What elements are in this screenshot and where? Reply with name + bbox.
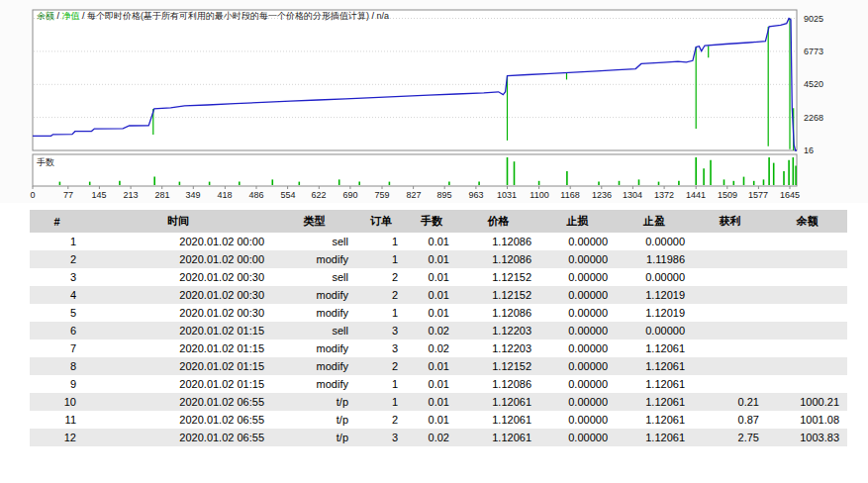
trade-row[interactable]: 12020.01.02 00:00sell10.011.120860.00000… (30, 233, 847, 250)
trade-cell (693, 322, 767, 339)
trade-cell (767, 268, 847, 286)
trade-cell: 2020.01.02 01:15 (84, 339, 272, 357)
trade-cell: 2020.01.02 01:15 (84, 357, 272, 375)
trade-cell: 0.00000 (539, 268, 616, 286)
chart-canvas[interactable] (0, 0, 868, 203)
trade-cell: 10 (30, 393, 84, 411)
table-header-cell: 价格 (457, 210, 539, 233)
trade-cell: 1.12061 (457, 429, 539, 446)
trade-cell: 0.01 (406, 268, 457, 286)
trade-cell: 0.01 (406, 411, 457, 429)
table-header-cell: 止损 (539, 210, 616, 233)
trade-cell: 8 (30, 357, 84, 375)
trade-cell: 3 (356, 429, 406, 446)
trade-cell: 1.12203 (457, 322, 539, 339)
trade-cell: 0.01 (406, 357, 457, 375)
trade-cell: 1 (30, 233, 84, 250)
trade-cell: 1.12061 (616, 429, 693, 446)
trade-cell: 1.12061 (616, 357, 693, 375)
trade-row[interactable]: 122020.01.02 06:55t/p30.021.120610.00000… (30, 429, 847, 446)
trade-cell: modify (272, 375, 356, 393)
trade-cell: 2 (356, 411, 406, 429)
trade-cell: 2020.01.02 00:30 (84, 268, 272, 286)
table-header-cell: 手数 (406, 210, 457, 233)
trade-cell: 4 (30, 286, 84, 304)
trade-cell: modify (272, 250, 356, 268)
trade-cell: 0.00000 (539, 375, 616, 393)
trade-row[interactable]: 112020.01.02 06:55t/p20.011.120610.00000… (30, 411, 847, 429)
trade-row[interactable]: 52020.01.02 00:30modify10.011.120860.000… (30, 304, 847, 322)
trade-cell (767, 322, 847, 339)
trade-cell (767, 233, 847, 250)
trade-cell: 0.87 (693, 411, 767, 429)
trade-cell: 0.01 (406, 304, 457, 322)
trade-cell (693, 304, 767, 322)
trade-cell: 9 (30, 375, 84, 393)
trade-cell: 0.21 (693, 393, 767, 411)
trade-cell (693, 375, 767, 393)
trade-row[interactable]: 82020.01.02 01:15modify20.011.121520.000… (30, 357, 847, 375)
trade-cell: 5 (30, 304, 84, 322)
trade-cell: 2 (356, 268, 406, 286)
trade-cell: 2020.01.02 00:00 (84, 250, 272, 268)
trade-cell: modify (272, 304, 356, 322)
trade-cell: 2 (30, 250, 84, 268)
trade-row[interactable]: 32020.01.02 00:30sell20.011.121520.00000… (30, 268, 847, 286)
trade-cell: 11 (30, 411, 84, 429)
trade-cell (693, 286, 767, 304)
trade-cell: 1.12019 (616, 304, 693, 322)
trade-cell: 1 (356, 304, 406, 322)
main-plot-area[interactable] (33, 10, 797, 150)
trades-table: #时间类型订单手数价格止损止盈获利余额 12020.01.02 00:00sel… (30, 210, 847, 446)
trade-cell: 0.02 (406, 322, 457, 339)
trade-cell: 2020.01.02 01:15 (84, 322, 272, 339)
trade-row[interactable]: 72020.01.02 01:15modify30.021.122030.000… (30, 339, 847, 357)
trade-row[interactable]: 102020.01.02 06:55t/p10.011.120610.00000… (30, 393, 847, 411)
trade-cell: 3 (356, 339, 406, 357)
lots-plot-area[interactable] (33, 154, 797, 186)
trade-cell: 3 (356, 322, 406, 339)
trade-cell: 1.12061 (616, 339, 693, 357)
trade-cell: 6 (30, 322, 84, 339)
trade-cell: 0.00000 (539, 304, 616, 322)
trade-cell: 2020.01.02 00:00 (84, 233, 272, 250)
table-header-row: #时间类型订单手数价格止损止盈获利余额 (30, 210, 847, 233)
trade-cell: 0.01 (406, 250, 457, 268)
table-header-cell: # (30, 210, 84, 233)
trade-cell: t/p (272, 411, 356, 429)
trade-cell: 0.01 (406, 375, 457, 393)
trade-cell: 0.00000 (539, 322, 616, 339)
trade-cell: 1.12086 (457, 304, 539, 322)
trade-cell: modify (272, 339, 356, 357)
trade-cell: t/p (272, 429, 356, 446)
trade-cell (767, 357, 847, 375)
trade-cell: t/p (272, 393, 356, 411)
trade-cell: 1.12061 (616, 393, 693, 411)
trade-cell: 2020.01.02 06:55 (84, 393, 272, 411)
trade-cell (693, 268, 767, 286)
trade-row[interactable]: 42020.01.02 00:30modify20.011.121520.000… (30, 286, 847, 304)
trade-cell: 1 (356, 250, 406, 268)
trade-cell (767, 286, 847, 304)
balance-chart[interactable]: 余额 / 净值 / 每个即时价格(基于所有可利用的最小时段的每一个价格的分形插值… (0, 0, 868, 203)
trade-cell: 0.00000 (539, 250, 616, 268)
trade-cell (693, 339, 767, 357)
trade-cell: 1.12061 (616, 411, 693, 429)
trade-cell: 1001.08 (767, 411, 847, 429)
trade-cell: 1.11986 (616, 250, 693, 268)
trade-cell: 0.01 (406, 393, 457, 411)
table-header-cell: 时间 (84, 210, 272, 233)
trade-cell: 0.02 (406, 339, 457, 357)
trade-cell: 0.02 (406, 429, 457, 446)
trade-cell: 0.00000 (539, 233, 616, 250)
trade-cell: 2020.01.02 00:30 (84, 286, 272, 304)
trade-row[interactable]: 92020.01.02 01:15modify10.011.120860.000… (30, 375, 847, 393)
trade-cell: 1.12152 (457, 357, 539, 375)
trade-cell: 0.00000 (539, 357, 616, 375)
table-body: 12020.01.02 00:00sell10.011.120860.00000… (30, 233, 847, 446)
trade-cell: 12 (30, 429, 84, 446)
trade-row[interactable]: 62020.01.02 01:15sell30.021.122030.00000… (30, 322, 847, 339)
trade-cell: 1 (356, 393, 406, 411)
trade-cell: 2020.01.02 01:15 (84, 375, 272, 393)
trade-row[interactable]: 22020.01.02 00:00modify10.011.120860.000… (30, 250, 847, 268)
